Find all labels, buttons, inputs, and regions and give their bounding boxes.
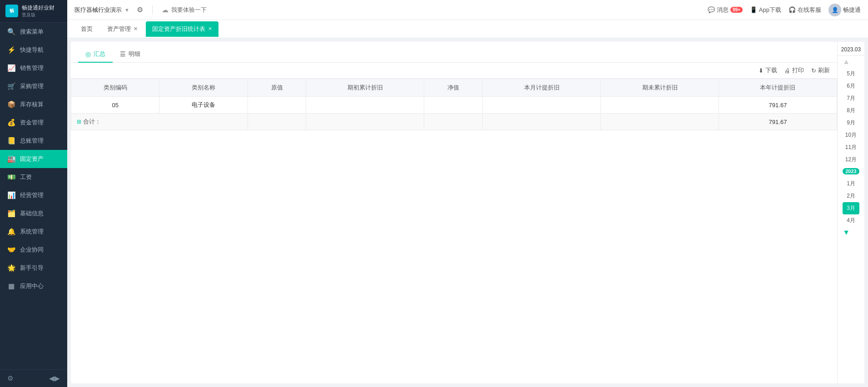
tab-label-home: 首页	[81, 25, 93, 33]
sidebar-item-quick-nav[interactable]: ⚡快捷导航	[0, 41, 67, 59]
summary-label-cell: ⊞合计：	[71, 114, 248, 130]
panel-month-item[interactable]: 8月	[841, 104, 861, 117]
sidebar-label-cooperation: 企业协同	[20, 246, 44, 254]
panel-month-item[interactable]: 6月	[841, 80, 861, 92]
panel-month-item[interactable]: 10月	[841, 129, 861, 141]
col-header: 本年计提折旧	[719, 79, 837, 97]
sidebar-item-finance[interactable]: 💰资金管理	[0, 114, 67, 132]
sidebar-item-operations[interactable]: 📊经营管理	[0, 186, 67, 204]
sidebar-item-purchase[interactable]: 🛒采购管理	[0, 77, 67, 95]
refresh-button[interactable]: ↻ 刷新	[811, 66, 830, 74]
settings-icon[interactable]: ⚙	[7, 374, 13, 382]
sub-tab-detail[interactable]: ☰明细	[113, 46, 148, 63]
table-cell	[424, 97, 483, 114]
sidebar-label-ledger: 总账管理	[20, 137, 44, 145]
sub-tab-label-detail: 明细	[129, 50, 140, 58]
panel-month-item[interactable]: 5月	[841, 68, 861, 80]
messages-button[interactable]: 💬 消息 99+	[708, 6, 743, 14]
app-logo: 畅	[5, 5, 18, 17]
sum-icon: ⊞	[77, 119, 81, 125]
ledger-icon: 📒	[7, 137, 15, 145]
inventory-icon: 📦	[7, 100, 15, 109]
sidebar-nav: 🔍搜索菜单⚡快捷导航📈销售管理🛒采购管理📦库存核算💰资金管理📒总账管理🏭固定资产…	[0, 23, 67, 369]
panel-month-item[interactable]: 2月	[841, 190, 861, 202]
download-icon: 📱	[750, 6, 757, 13]
messages-label: 消息	[717, 6, 729, 14]
data-table: 类别编码类别名称原值期初累计折旧净值本月计提折旧期未累计折旧本年计提折旧 05电…	[71, 79, 837, 383]
sidebar-label-app-center: 应用中心	[20, 282, 44, 290]
system-icon: 🔔	[7, 228, 15, 236]
topbar-settings-icon[interactable]: ⚙	[137, 5, 143, 14]
col-header: 类别编码	[71, 79, 159, 97]
sidebar-item-basic-info[interactable]: 🗂️基础信息	[0, 204, 67, 223]
panel-month-item[interactable]: 11月	[841, 141, 861, 154]
summary-label: 合计：	[83, 118, 101, 126]
message-icon: 💬	[708, 6, 715, 13]
user-label: 畅捷通	[843, 6, 861, 14]
panel-year-item[interactable]: 2023	[841, 166, 861, 178]
cloud-icon: ☁	[162, 6, 169, 14]
panel-month-item[interactable]: 9月	[841, 117, 861, 129]
company-selector[interactable]: 医疗器械行业演示 ▼	[74, 6, 129, 14]
sidebar-item-guide[interactable]: 🌟新手引导	[0, 259, 67, 277]
sidebar-label-operations: 经营管理	[20, 191, 44, 199]
main-content: 医疗器械行业演示 ▼ ⚙ ☁ 我要体验一下 💬 消息 99+ 📱 App下载 🎧…	[67, 0, 868, 387]
tab-depreciation[interactable]: 固定资产折旧统计表✕	[146, 21, 218, 37]
sidebar-item-search[interactable]: 🔍搜索菜单	[0, 23, 67, 41]
sidebar-label-payroll: 工资	[20, 173, 32, 181]
experience-label: 我要体验一下	[171, 6, 207, 14]
panel-month-item[interactable]: 7月	[841, 92, 861, 104]
app-edition: 普及版	[22, 12, 55, 18]
sub-tab-summary[interactable]: ◎汇总	[78, 46, 113, 63]
table-cell	[483, 97, 601, 114]
company-chevron-icon: ▼	[124, 7, 129, 13]
print-button[interactable]: 🖨 打印	[784, 66, 804, 74]
col-header: 原值	[248, 79, 306, 97]
tab-close-asset-mgmt[interactable]: ✕	[134, 26, 138, 32]
table-cell: 05	[71, 97, 159, 114]
tab-close-depreciation[interactable]: ✕	[208, 26, 212, 32]
summary-cell	[248, 114, 306, 130]
sidebar-item-ledger[interactable]: 📒总账管理	[0, 132, 67, 150]
table-container: ◎汇总☰明细 ⬇ 下载 🖨 打印 ↻ 刷新 类别编码类别名	[71, 42, 837, 383]
panel-header: 2023.03	[838, 44, 864, 56]
quick-nav-icon: ⚡	[7, 46, 15, 54]
cooperation-icon: 🤝	[7, 246, 15, 254]
panel-month-item[interactable]: 1月	[841, 178, 861, 190]
collapse-icon[interactable]: ◀▶	[49, 374, 60, 382]
col-header: 期未累计折旧	[601, 79, 719, 97]
table-cell	[248, 97, 306, 114]
sidebar-item-fixed-assets[interactable]: 🏭固定资产	[0, 150, 67, 168]
app-title-block: 畅捷通好业财 普及版	[22, 5, 55, 18]
col-header: 净值	[424, 79, 483, 97]
messages-badge: 99+	[730, 7, 743, 13]
tab-home[interactable]: 首页	[74, 21, 99, 37]
sidebar-label-sales: 销售管理	[20, 64, 44, 72]
customer-service-button[interactable]: 🎧 在线客服	[789, 6, 821, 14]
tab-label-depreciation: 固定资产折旧统计表	[152, 25, 205, 33]
app-center-icon: ▦	[7, 282, 15, 290]
panel-month-item[interactable]: 12月	[841, 154, 861, 166]
app-download-button[interactable]: 📱 App下载	[750, 6, 781, 14]
panel-month-item[interactable]: 4月	[841, 214, 861, 227]
sidebar-item-sales[interactable]: 📈销售管理	[0, 59, 67, 77]
download-button[interactable]: ⬇ 下载	[759, 66, 777, 74]
experience-button[interactable]: ☁ 我要体验一下	[162, 6, 207, 14]
panel-next-icon[interactable]: ▼	[841, 227, 861, 238]
user-profile[interactable]: 👤 畅捷通	[828, 4, 861, 16]
download-icon: ⬇	[759, 67, 764, 74]
panel-month-item[interactable]: 3月	[843, 202, 859, 214]
panel-prev-icon[interactable]: ▲	[841, 56, 861, 68]
tab-asset-mgmt[interactable]: 资产管理✕	[101, 21, 144, 37]
sidebar-label-inventory: 库存核算	[20, 100, 44, 109]
sidebar-item-inventory[interactable]: 📦库存核算	[0, 95, 67, 114]
sidebar-item-app-center[interactable]: ▦应用中心	[0, 277, 67, 295]
col-header: 类别名称	[159, 79, 248, 97]
sidebar-item-cooperation[interactable]: 🤝企业协同	[0, 241, 67, 259]
fixed-assets-icon: 🏭	[7, 155, 15, 163]
topbar: 医疗器械行业演示 ▼ ⚙ ☁ 我要体验一下 💬 消息 99+ 📱 App下载 🎧…	[67, 0, 868, 20]
sub-tab-label-summary: 汇总	[94, 50, 105, 58]
sidebar-item-payroll[interactable]: 💵工资	[0, 168, 67, 186]
finance-icon: 💰	[7, 119, 15, 127]
sidebar-item-system[interactable]: 🔔系统管理	[0, 223, 67, 241]
